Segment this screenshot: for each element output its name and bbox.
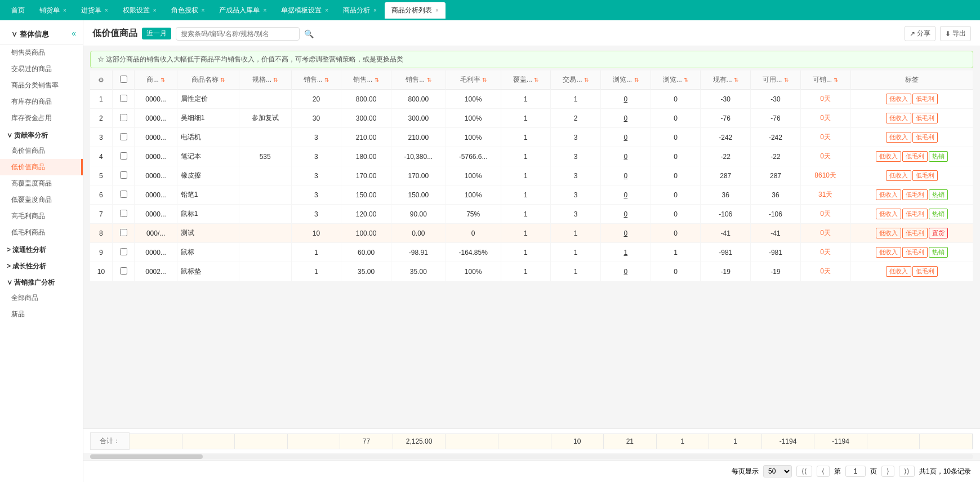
row-view1[interactable]: 0: [601, 185, 651, 205]
search-icon[interactable]: 🔍: [304, 29, 314, 38]
view1-link[interactable]: 0: [624, 153, 628, 161]
row-checkbox[interactable]: [112, 147, 135, 166]
col-available[interactable]: 可用... ⇅: [751, 70, 801, 90]
share-button[interactable]: ↗ 分享: [905, 26, 936, 41]
row-select-checkbox[interactable]: [120, 267, 127, 275]
sidebar-item-new-goods[interactable]: 新品: [0, 306, 83, 322]
close-icon[interactable]: ×: [63, 7, 66, 14]
sidebar-item-low-margin[interactable]: 低毛利商品: [0, 224, 83, 241]
close-icon[interactable]: ×: [263, 7, 266, 14]
sidebar-section-overall[interactable]: ∨ 整体信息: [5, 25, 69, 42]
row-view1[interactable]: 0: [601, 224, 651, 243]
row-view1[interactable]: 0: [601, 128, 651, 147]
checkbox-col-header[interactable]: [112, 70, 135, 90]
sidebar-section-flow[interactable]: > 流通性分析: [0, 241, 83, 257]
nav-home[interactable]: 首页: [5, 2, 32, 19]
view1-link[interactable]: 1: [624, 249, 628, 257]
close-icon[interactable]: ×: [373, 7, 377, 14]
col-name[interactable]: 商品名称 ⇅: [177, 70, 239, 90]
nav-purchase-order[interactable]: 进货单 ×: [74, 2, 115, 19]
col-coverage[interactable]: 覆盖... ⇅: [501, 70, 551, 90]
last-page-btn[interactable]: ⟩⟩: [899, 466, 915, 477]
row-view1[interactable]: 0: [601, 166, 651, 185]
row-view1[interactable]: 0: [601, 147, 651, 166]
col-view1[interactable]: 浏览... ⇅: [601, 70, 651, 90]
row-view1[interactable]: 0: [601, 205, 651, 224]
row-checkbox[interactable]: [112, 109, 135, 128]
period-badge[interactable]: 近一月: [142, 28, 171, 39]
search-input[interactable]: [176, 27, 300, 41]
col-spec[interactable]: 规格... ⇅: [239, 70, 291, 90]
row-select-checkbox[interactable]: [120, 191, 127, 198]
col-view2[interactable]: 浏览... ⇅: [651, 70, 701, 90]
view1-link[interactable]: 0: [624, 95, 628, 103]
sidebar-item-sales-goods[interactable]: 销售类商品: [0, 45, 83, 61]
col-code[interactable]: 商... ⇅: [135, 70, 177, 90]
close-icon[interactable]: ×: [325, 7, 328, 14]
row-checkbox[interactable]: [112, 243, 135, 262]
view1-link[interactable]: 0: [624, 268, 628, 276]
table-wrapper[interactable]: ⚙ 商... ⇅ 商品名称 ⇅ 规格... ⇅ 销售... ⇅ 销售... ⇅ …: [83, 70, 980, 428]
nav-role-auth[interactable]: 角色授权 ×: [164, 2, 212, 19]
next-page-btn[interactable]: ⟩: [881, 466, 894, 477]
view1-link[interactable]: 0: [624, 229, 628, 237]
row-select-checkbox[interactable]: [120, 95, 127, 102]
nav-permission[interactable]: 权限设置 ×: [116, 2, 163, 19]
sidebar-item-in-stock[interactable]: 有库存的商品: [0, 94, 83, 110]
col-sellable[interactable]: 可销... ⇅: [800, 70, 850, 90]
sidebar-item-low-value[interactable]: 低价值商品: [0, 159, 83, 175]
row-view1[interactable]: 0: [601, 109, 651, 128]
close-icon[interactable]: ×: [202, 7, 205, 14]
row-view1[interactable]: 0: [601, 90, 651, 109]
row-select-checkbox[interactable]: [120, 152, 127, 160]
row-select-checkbox[interactable]: [120, 171, 127, 179]
sidebar-item-stock-capital[interactable]: 库存资金占用: [0, 110, 83, 126]
select-all-checkbox[interactable]: [120, 76, 127, 83]
nav-product-analysis[interactable]: 商品分析 ×: [336, 2, 384, 19]
sidebar-item-low-coverage[interactable]: 低覆盖度商品: [0, 192, 83, 208]
col-margin[interactable]: 毛利率 ⇅: [446, 70, 501, 90]
row-checkbox[interactable]: [112, 166, 135, 185]
col-transaction[interactable]: 交易... ⇅: [551, 70, 601, 90]
row-checkbox[interactable]: [112, 185, 135, 205]
first-page-btn[interactable]: ⟨⟨: [796, 466, 812, 477]
row-select-checkbox[interactable]: [120, 229, 127, 236]
view1-link[interactable]: 0: [624, 191, 628, 199]
export-button[interactable]: ⬇ 导出: [940, 26, 971, 41]
view1-link[interactable]: 0: [624, 114, 628, 122]
nav-product-in[interactable]: 产成品入库单 ×: [212, 2, 273, 19]
row-select-checkbox[interactable]: [120, 114, 127, 121]
col-sales-amount[interactable]: 销售... ⇅: [391, 70, 446, 90]
row-select-checkbox[interactable]: [120, 210, 127, 217]
prev-page-btn[interactable]: ⟨: [817, 466, 830, 477]
row-checkbox[interactable]: [112, 262, 135, 281]
row-select-checkbox[interactable]: [120, 248, 127, 255]
row-checkbox[interactable]: [112, 205, 135, 224]
sidebar-section-contribution[interactable]: ∨ 贡献率分析: [0, 126, 83, 143]
col-sales-price[interactable]: 销售... ⇅: [341, 70, 391, 90]
view1-link[interactable]: 0: [624, 210, 628, 218]
col-sales-qty[interactable]: 销售... ⇅: [291, 70, 341, 90]
row-checkbox[interactable]: [112, 128, 135, 147]
row-checkbox[interactable]: [112, 224, 135, 243]
horizontal-scrollbar[interactable]: [90, 454, 973, 459]
sidebar-item-traded[interactable]: 交易过的商品: [0, 61, 83, 77]
sidebar-item-all-goods[interactable]: 全部商品: [0, 290, 83, 306]
sidebar-section-marketing[interactable]: ∨ 营销推广分析: [0, 273, 83, 290]
sidebar-item-high-value[interactable]: 高价值商品: [0, 143, 83, 159]
nav-product-list[interactable]: 商品分析列表 ×: [385, 2, 446, 19]
close-icon[interactable]: ×: [105, 7, 108, 14]
row-view1[interactable]: 0: [601, 262, 651, 281]
row-view1[interactable]: 1: [601, 243, 651, 262]
sidebar-section-growth[interactable]: > 成长性分析: [0, 257, 83, 273]
close-icon[interactable]: ×: [153, 7, 157, 14]
col-current-stock[interactable]: 现有... ⇅: [701, 70, 751, 90]
close-icon[interactable]: ×: [435, 7, 439, 14]
nav-template[interactable]: 单据模板设置 ×: [274, 2, 335, 19]
view1-link[interactable]: 0: [624, 172, 628, 180]
per-page-select[interactable]: 50 20 100: [763, 465, 792, 477]
settings-col-header[interactable]: ⚙: [90, 70, 112, 90]
sidebar-item-high-coverage[interactable]: 高覆盖度商品: [0, 175, 83, 192]
sidebar-collapse-btn[interactable]: «: [69, 29, 78, 38]
row-checkbox[interactable]: [112, 90, 135, 109]
